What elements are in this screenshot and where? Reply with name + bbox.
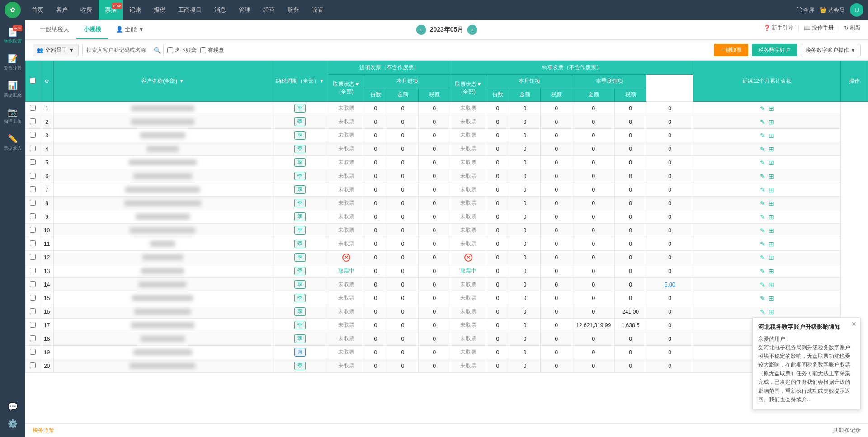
edit-icon[interactable]: ✎ (760, 227, 765, 234)
employee-select[interactable]: 👥 全部员工 ▼ (33, 44, 79, 56)
copy-icon[interactable]: ⊞ (769, 240, 774, 248)
manual-button[interactable]: 📖 操作手册 (804, 24, 834, 32)
edit-icon[interactable]: ✎ (760, 118, 765, 126)
row-checkbox[interactable] (30, 213, 36, 219)
sidebar-item-scan-upload[interactable]: 📷 扫描上传 (1, 103, 24, 128)
sidebar-item-smart-ticket[interactable]: 📄 智能取票 new (1, 23, 24, 48)
edit-icon[interactable]: ✎ (760, 240, 765, 248)
prev-month-button[interactable]: ‹ (416, 25, 426, 35)
copy-icon[interactable]: ⊞ (769, 254, 774, 261)
nav-messages[interactable]: 消息 (208, 0, 232, 20)
copy-icon[interactable]: ⊞ (769, 281, 774, 288)
row-checkbox[interactable] (30, 118, 36, 124)
copy-icon[interactable]: ⊞ (769, 118, 774, 126)
new-guide-button[interactable]: ❓ 新手引导 (764, 24, 793, 32)
avatar[interactable]: U (850, 3, 863, 17)
row-checkbox[interactable] (30, 254, 36, 260)
row-checkbox[interactable] (30, 240, 36, 246)
tax-account-button[interactable]: 税务数字账户 (752, 44, 797, 56)
member-button[interactable]: 👑 购会员 (820, 6, 844, 14)
nav-billing[interactable]: 收费 (74, 0, 99, 20)
nav-accounting[interactable]: 记账 (123, 0, 147, 20)
nav-operations[interactable]: 经营 (257, 0, 281, 20)
row-checkbox[interactable] (30, 295, 36, 301)
checkbox-sub-accounts[interactable]: 名下账套 (167, 47, 197, 54)
nav-business[interactable]: 工商项目 (172, 0, 208, 20)
edit-icon[interactable]: ✎ (760, 200, 765, 207)
edit-icon[interactable]: ✎ (760, 132, 765, 139)
nav-management[interactable]: 管理 (232, 0, 257, 20)
nav-tickets[interactable]: 票据 new (99, 0, 123, 20)
edit-icon[interactable]: ✎ (760, 268, 765, 275)
row-checkbox[interactable] (30, 362, 36, 368)
nav-home[interactable]: 首页 (25, 0, 50, 20)
sidebar-item-ticket-summary[interactable]: 📊 票据汇总 (1, 77, 24, 102)
row-checkbox[interactable] (30, 146, 36, 151)
copy-icon[interactable]: ⊞ (769, 213, 774, 221)
refresh-button[interactable]: ↻ 刷新 (844, 24, 861, 32)
edit-icon[interactable]: ✎ (760, 308, 765, 315)
edit-icon[interactable]: ✎ (760, 146, 765, 153)
tax-policy-link[interactable]: 税务政策 (33, 427, 54, 434)
header-settings-icon[interactable]: ⚙ (40, 61, 54, 102)
copy-icon[interactable]: ⊞ (769, 105, 774, 112)
row-checkbox[interactable] (30, 335, 36, 341)
search-icon[interactable]: 🔍 (154, 47, 161, 54)
copy-icon[interactable]: ⊞ (769, 200, 774, 207)
header-out-status[interactable]: 取票状态▼(全部) (450, 75, 486, 102)
nav-tax[interactable]: 报税 (147, 0, 172, 20)
has-tax-disk-checkbox[interactable] (200, 47, 206, 53)
copy-icon[interactable]: ⊞ (769, 308, 774, 315)
row-checkbox[interactable] (30, 322, 36, 328)
tax-account-operations-button[interactable]: 税务数字账户操作 ▼ (801, 44, 861, 56)
copy-icon[interactable]: ⊞ (769, 295, 774, 302)
edit-icon[interactable]: ✎ (760, 295, 765, 302)
fullscreen-button[interactable]: ⛶ 全屏 (796, 6, 814, 14)
header-in-status[interactable]: 取票状态▼(全部) (328, 75, 364, 102)
edit-icon[interactable]: ✎ (760, 213, 765, 221)
quick-ticket-button[interactable]: 一键取票 (714, 44, 748, 56)
checkbox-has-tax-disk[interactable]: 有税盘 (200, 47, 224, 54)
row-checkbox[interactable] (30, 186, 36, 192)
edit-icon[interactable]: ✎ (760, 159, 765, 166)
edit-icon[interactable]: ✎ (760, 254, 765, 261)
tab-general-taxpayer[interactable]: 一般纳税人 (33, 21, 76, 39)
copy-icon[interactable]: ⊞ (769, 186, 774, 193)
header-tax-period[interactable]: 纳税周期（全部）▼ (272, 61, 328, 102)
sub-accounts-checkbox[interactable] (167, 47, 173, 53)
copy-icon[interactable]: ⊞ (769, 146, 774, 153)
sidebar-item-invoice-issue[interactable]: 📝 发票开具 (1, 50, 24, 75)
nav-settings[interactable]: 设置 (306, 0, 330, 20)
search-input[interactable] (82, 44, 164, 56)
header-client-name[interactable]: 客户名称(全部) ▼ (54, 61, 272, 102)
edit-icon[interactable]: ✎ (760, 281, 765, 288)
tab-all[interactable]: 👤 全能 ▼ (108, 21, 151, 39)
row-checkbox[interactable] (30, 308, 36, 314)
row-checkbox[interactable] (30, 132, 36, 138)
sidebar-item-system-settings[interactable]: ⚙️ (1, 415, 24, 432)
row-checkbox[interactable] (30, 349, 36, 355)
row-checkbox[interactable] (30, 227, 36, 233)
nav-clients[interactable]: 客户 (50, 0, 74, 20)
sidebar-item-chat[interactable]: 💬 (1, 398, 24, 415)
row-checkbox[interactable] (30, 200, 36, 206)
copy-icon[interactable]: ⊞ (769, 268, 774, 275)
edit-icon[interactable]: ✎ (760, 186, 765, 193)
row-checkbox[interactable] (30, 173, 36, 179)
nav-services[interactable]: 服务 (281, 0, 306, 20)
copy-icon[interactable]: ⊞ (769, 159, 774, 166)
select-all-checkbox[interactable] (30, 78, 36, 84)
sidebar-item-ticket-entry[interactable]: ✏️ 票据录入 (1, 130, 24, 155)
copy-icon[interactable]: ⊞ (769, 132, 774, 139)
row-checkbox[interactable] (30, 268, 36, 273)
next-month-button[interactable]: › (467, 25, 477, 35)
row-checkbox[interactable] (30, 159, 36, 165)
edit-icon[interactable]: ✎ (760, 173, 765, 180)
copy-icon[interactable]: ⊞ (769, 173, 774, 180)
row-checkbox[interactable] (30, 281, 36, 287)
tab-small-scale[interactable]: 小规模 (76, 21, 108, 39)
copy-icon[interactable]: ⊞ (769, 227, 774, 234)
row-checkbox[interactable] (30, 105, 36, 111)
edit-icon[interactable]: ✎ (760, 105, 765, 112)
popup-close-button[interactable]: ✕ (851, 320, 857, 328)
